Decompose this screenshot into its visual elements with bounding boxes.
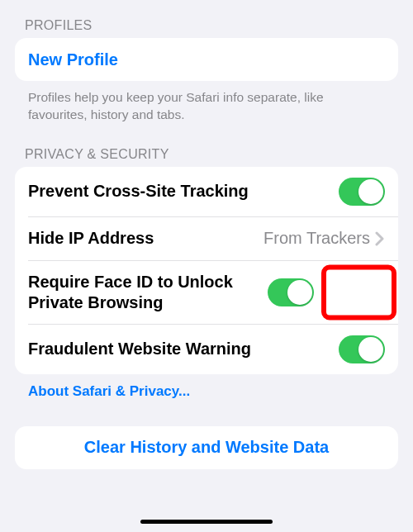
privacy-header: PRIVACY & SECURITY: [15, 129, 398, 167]
face-id-label: Require Face ID to Unlock Private Browsi…: [28, 272, 268, 313]
prevent-cross-site-label: Prevent Cross-Site Tracking: [28, 181, 339, 202]
fraudulent-label: Fraudulent Website Warning: [28, 339, 339, 359]
new-profile-row[interactable]: New Profile: [15, 38, 398, 81]
new-profile-label: New Profile: [28, 50, 385, 70]
hide-ip-value: From Trackers: [263, 229, 370, 248]
hide-ip-row[interactable]: Hide IP Address From Trackers: [15, 217, 398, 260]
highlight-annotation: [321, 264, 396, 320]
face-id-row: Require Face ID to Unlock Private Browsi…: [15, 261, 398, 324]
profiles-footer: Profiles help you keep your Safari info …: [15, 81, 398, 129]
toggle-knob: [358, 179, 383, 204]
home-indicator: [140, 520, 273, 524]
fraudulent-row: Fraudulent Website Warning: [15, 325, 398, 374]
profiles-card: New Profile: [15, 38, 398, 81]
hide-ip-label: Hide IP Address: [28, 228, 263, 249]
clear-card: Clear History and Website Data: [15, 426, 398, 469]
privacy-card: Prevent Cross-Site Tracking Hide IP Addr…: [15, 167, 398, 374]
prevent-cross-site-toggle[interactable]: [339, 178, 385, 206]
profiles-header: PROFILES: [15, 0, 398, 38]
chevron-right-icon: [375, 231, 385, 246]
clear-history-label: Clear History and Website Data: [28, 437, 385, 458]
prevent-cross-site-row: Prevent Cross-Site Tracking: [15, 167, 398, 216]
toggle-knob: [358, 337, 383, 362]
toggle-knob: [287, 280, 312, 305]
fraudulent-toggle[interactable]: [339, 335, 385, 363]
about-safari-privacy-link[interactable]: About Safari & Privacy...: [15, 374, 398, 411]
clear-history-row[interactable]: Clear History and Website Data: [15, 426, 398, 469]
face-id-toggle[interactable]: [268, 278, 314, 306]
